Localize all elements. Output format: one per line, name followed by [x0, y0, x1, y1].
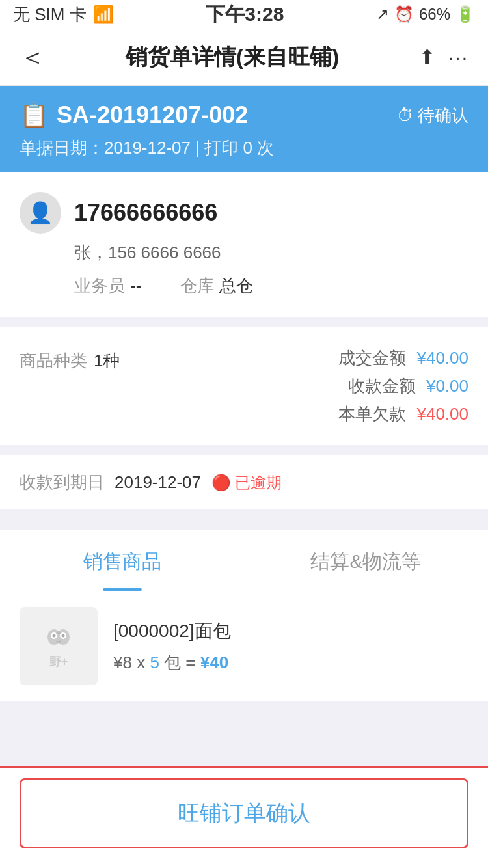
battery-level: 66%: [419, 5, 450, 23]
warehouse-info: 仓库 总仓: [180, 275, 253, 297]
overdue-text: 已逾期: [235, 472, 282, 493]
product-multiply: x: [137, 653, 150, 672]
product-equals: =: [185, 653, 200, 672]
product-type-info: 商品种类 1种: [20, 347, 120, 372]
product-quantity: 5: [150, 653, 159, 672]
avatar: 👤: [20, 192, 61, 234]
battery-icon: 🔋: [455, 5, 475, 23]
order-status: ⏱ 待确认: [397, 104, 468, 127]
product-name: [0000002]面包: [113, 619, 468, 644]
status-time: 下午3:28: [206, 1, 284, 28]
status-bar: 无 SIM 卡 📶 下午3:28 ↗ ⏰ 66% 🔋: [0, 0, 488, 29]
received-amount-value: ¥0.00: [426, 376, 468, 396]
customer-meta: 业务员 -- 仓库 总仓: [74, 275, 468, 297]
share-icon[interactable]: ⬆: [419, 46, 435, 68]
confirm-order-button[interactable]: 旺铺订单确认: [20, 778, 468, 848]
transaction-amount-label: 成交金额: [338, 347, 406, 370]
owed-amount-label: 本单欠款: [338, 403, 406, 426]
divider-3: [0, 509, 488, 520]
product-type-label: 商品种类: [20, 349, 87, 372]
tab-settlement[interactable]: 结算&物流等: [244, 530, 488, 591]
alarm-icon: ⏰: [394, 5, 414, 23]
due-date-label: 收款到期日: [20, 471, 104, 494]
salesperson-info: 业务员 --: [74, 275, 141, 297]
nav-bar: ＜ 销货单详情(来自旺铺) ⬆ ···: [0, 29, 488, 86]
customer-name: 张，156 6666 6666: [74, 241, 468, 264]
status-right: ↗ ⏰ 66% 🔋: [376, 5, 475, 23]
location-icon: ↗: [376, 5, 389, 23]
svg-point-5: [62, 634, 65, 638]
product-thumbnail: 野+: [20, 607, 98, 685]
tab-sales-products[interactable]: 销售商品: [0, 530, 244, 591]
wifi-icon: 📶: [93, 5, 114, 25]
order-icon: 📋: [20, 102, 49, 129]
product-total: ¥40: [200, 653, 228, 672]
customer-section: 👤 17666666666 张，156 6666 6666 业务员 -- 仓库 …: [0, 172, 488, 317]
order-header: 📋 SA-20191207-002 ⏱ 待确认 单据日期：2019-12-07 …: [0, 86, 488, 172]
received-amount-label: 收款金额: [348, 375, 416, 398]
divider-1: [0, 317, 488, 327]
bottom-bar: 旺铺订单确认: [0, 766, 488, 868]
owed-amount-value: ¥40.00: [416, 404, 468, 424]
stats-section: 商品种类 1种 成交金额 ¥40.00 收款金额 ¥0.00 本单欠款 ¥40.…: [0, 327, 488, 445]
product-price-row: ¥8 x 5 包 = ¥40: [113, 651, 468, 674]
page-title: 销货单详情(来自旺铺): [126, 42, 340, 72]
product-price: ¥8: [113, 653, 132, 672]
product-list: 野+ [0000002]面包 ¥8 x 5 包 = ¥40: [0, 591, 488, 701]
owed-amount-row: 本单欠款 ¥40.00: [338, 403, 468, 426]
transaction-amount-value: ¥40.00: [416, 348, 468, 368]
due-date-section: 收款到期日 2019-12-07 🔴 已逾期: [0, 455, 488, 509]
customer-phone: 17666666666: [74, 199, 217, 226]
back-button[interactable]: ＜: [20, 39, 46, 75]
product-type-value: 1种: [94, 349, 120, 372]
nav-actions: ⬆ ···: [419, 46, 468, 68]
warehouse-value: 总仓: [219, 275, 253, 297]
product-unit: 包: [164, 653, 181, 672]
divider-2: [0, 445, 488, 455]
more-icon[interactable]: ···: [448, 46, 468, 68]
overdue-icon: 🔴: [211, 474, 231, 492]
overdue-badge: 🔴 已逾期: [211, 472, 282, 493]
warehouse-label: 仓库: [180, 275, 214, 297]
product-thumb-label: 野+: [49, 654, 68, 670]
tabs-section: 销售商品 结算&物流等: [0, 530, 488, 701]
svg-point-4: [53, 634, 56, 638]
salesperson-value: --: [130, 276, 141, 296]
table-row: 野+ [0000002]面包 ¥8 x 5 包 = ¥40: [0, 591, 488, 701]
status-clock-icon: ⏱: [397, 105, 414, 126]
order-id: 📋 SA-20191207-002: [20, 102, 248, 129]
amount-stats: 成交金额 ¥40.00 收款金额 ¥0.00 本单欠款 ¥40.00: [338, 347, 468, 426]
sim-status: 无 SIM 卡: [13, 3, 87, 26]
product-thumb-icon: [42, 623, 75, 653]
transaction-amount-row: 成交金额 ¥40.00: [338, 347, 468, 370]
salesperson-label: 业务员: [74, 275, 125, 297]
received-amount-row: 收款金额 ¥0.00: [348, 375, 468, 398]
status-left: 无 SIM 卡 📶: [13, 3, 114, 26]
order-date: 单据日期：2019-12-07 | 打印 0 次: [20, 137, 468, 159]
avatar-icon: 👤: [27, 200, 53, 225]
tabs-row: 销售商品 结算&物流等: [0, 530, 488, 591]
product-info: [0000002]面包 ¥8 x 5 包 = ¥40: [113, 619, 468, 674]
due-date-value: 2019-12-07: [115, 472, 201, 493]
